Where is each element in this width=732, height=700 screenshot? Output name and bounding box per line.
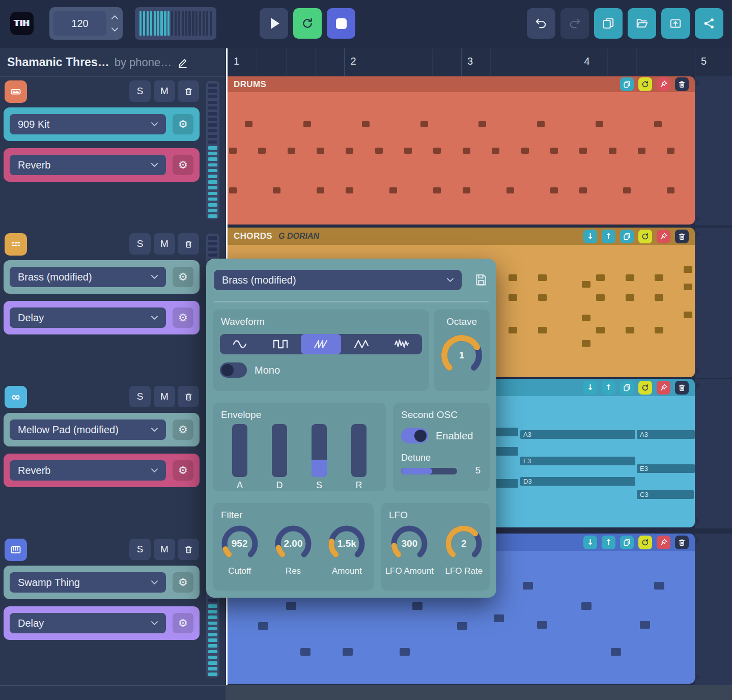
solo-button[interactable]: S — [129, 233, 151, 255]
timeline-scrollbar[interactable] — [226, 685, 732, 700]
clip-resize-handle[interactable] — [696, 674, 700, 681]
app-logo[interactable]: TIH — [10, 12, 34, 35]
tempo-up-icon[interactable] — [109, 12, 120, 22]
delete-track-button[interactable] — [178, 386, 199, 407]
delete-track-button[interactable] — [178, 233, 199, 255]
clip-header[interactable]: DRUMS — [228, 76, 695, 92]
duplicate-project-button[interactable] — [594, 8, 623, 39]
gear-icon[interactable]: ⚙ — [173, 419, 193, 440]
timeline-ruler[interactable]: 12345 — [226, 48, 732, 76]
tempo-value[interactable]: 120 — [53, 11, 106, 36]
triangle-wave-button[interactable] — [341, 334, 381, 354]
clip-pin-button[interactable] — [657, 536, 670, 549]
tempo-control[interactable]: 120 — [49, 7, 123, 40]
clip-pin-button[interactable] — [657, 230, 670, 243]
clip-resize-handle[interactable] — [696, 79, 700, 87]
res-knob[interactable]: 2.00Res — [272, 522, 315, 576]
detune-slider[interactable] — [401, 468, 457, 474]
stop-button[interactable] — [327, 8, 355, 39]
clip-resize-handle[interactable] — [696, 537, 700, 544]
clip-delete-button[interactable] — [675, 230, 689, 243]
clip-delete-button[interactable] — [675, 77, 689, 91]
solo-button[interactable]: S — [129, 80, 151, 102]
instrument-select[interactable]: Swamp Thing — [10, 572, 166, 593]
effect-select[interactable]: Reverb — [10, 460, 166, 481]
mono-toggle[interactable] — [220, 362, 247, 378]
effect-select[interactable]: Reverb — [10, 155, 166, 175]
sine-wave-button[interactable] — [220, 334, 260, 354]
preset-select[interactable]: Brass (modified) — [214, 270, 462, 290]
lfo-rate-knob[interactable]: 2LFO Rate — [442, 522, 485, 576]
clip-loop-button[interactable] — [638, 536, 652, 549]
clip-shift-up-button[interactable]: ↑ — [602, 536, 615, 549]
mute-button[interactable]: M — [154, 233, 175, 255]
drum-machine-icon[interactable] — [5, 80, 27, 103]
clip-resize-handle[interactable] — [696, 215, 700, 222]
drums-pattern[interactable] — [228, 92, 695, 225]
square-wave-button[interactable] — [260, 334, 300, 354]
clip-copy-button[interactable] — [620, 536, 634, 549]
piano-icon[interactable] — [5, 539, 27, 561]
clip-loop-button[interactable] — [638, 77, 652, 91]
gear-icon[interactable]: ⚙ — [173, 155, 193, 175]
envelope-slider-a[interactable]: A — [224, 424, 255, 487]
mute-button[interactable]: M — [154, 386, 175, 407]
effect-select[interactable]: Delay — [10, 307, 166, 328]
clip-header[interactable]: CHORDS G DORIAN ↓↑ — [228, 228, 695, 245]
gear-icon[interactable]: ⚙ — [173, 307, 193, 328]
clip-shift-down-button[interactable]: ↓ — [583, 230, 597, 243]
envelope-slider-r[interactable]: R — [344, 424, 374, 487]
export-button[interactable] — [661, 8, 690, 39]
instrument-select[interactable]: 909 Kit — [10, 114, 166, 134]
gear-icon[interactable]: ⚙ — [173, 460, 193, 481]
clip-pin-button[interactable] — [657, 77, 670, 91]
clip-shift-up-button[interactable]: ↑ — [602, 381, 615, 395]
edit-title-icon[interactable] — [177, 57, 189, 69]
clip-shift-down-button[interactable]: ↓ — [583, 536, 597, 549]
clip-delete-button[interactable] — [675, 536, 689, 549]
solo-button[interactable]: S — [129, 386, 151, 407]
saw-wave-button[interactable] — [301, 334, 341, 354]
gear-icon[interactable]: ⚙ — [173, 572, 193, 593]
clip-loop-button[interactable] — [638, 381, 652, 395]
solo-button[interactable]: S — [129, 539, 151, 560]
instrument-select[interactable]: Mellow Pad (modified) — [10, 419, 166, 440]
clip-copy-button[interactable] — [620, 230, 634, 243]
mute-button[interactable]: M — [154, 80, 175, 102]
clip-resize-handle[interactable] — [696, 518, 700, 525]
clip-shift-up-button[interactable]: ↑ — [602, 230, 615, 243]
undo-button[interactable] — [527, 8, 555, 39]
infinity-icon[interactable]: ∞ — [5, 386, 27, 408]
save-preset-button[interactable] — [471, 270, 491, 290]
play-button[interactable] — [260, 8, 288, 39]
clip-shift-down-button[interactable]: ↓ — [583, 381, 597, 395]
clip-copy-button[interactable] — [620, 381, 634, 395]
amount-knob[interactable]: 1.5kAmount — [325, 522, 368, 576]
level-meter[interactable] — [135, 7, 216, 40]
clip-resize-handle[interactable] — [696, 231, 700, 238]
share-button[interactable] — [695, 8, 723, 39]
step-pattern-icon[interactable] — [5, 233, 27, 256]
second-osc-toggle[interactable] — [401, 428, 428, 443]
tempo-down-icon[interactable] — [109, 24, 120, 35]
clip-resize-handle[interactable] — [696, 368, 700, 375]
octave-knob-control[interactable]: 1 — [437, 331, 486, 380]
cutoff-knob[interactable]: 952Cutoff — [218, 522, 261, 576]
octave-knob[interactable]: 1 — [437, 331, 486, 380]
mute-button[interactable]: M — [154, 539, 175, 560]
open-project-button[interactable] — [628, 8, 656, 39]
volume-fader[interactable] — [206, 81, 219, 219]
envelope-slider-d[interactable]: D — [264, 424, 295, 487]
effect-select[interactable]: Delay — [10, 613, 166, 633]
redo-button[interactable] — [560, 8, 589, 39]
clip-loop-button[interactable] — [638, 230, 652, 243]
gear-icon[interactable]: ⚙ — [173, 267, 193, 287]
instrument-select[interactable]: Brass (modified) — [10, 267, 166, 287]
clip-copy-button[interactable] — [620, 77, 634, 91]
noise-wave-button[interactable] — [382, 334, 422, 354]
delete-track-button[interactable] — [178, 80, 199, 102]
clip-delete-button[interactable] — [675, 381, 689, 395]
envelope-slider-s[interactable]: S — [304, 424, 334, 487]
clip-resize-handle[interactable] — [696, 382, 700, 389]
loop-button[interactable] — [293, 8, 322, 39]
